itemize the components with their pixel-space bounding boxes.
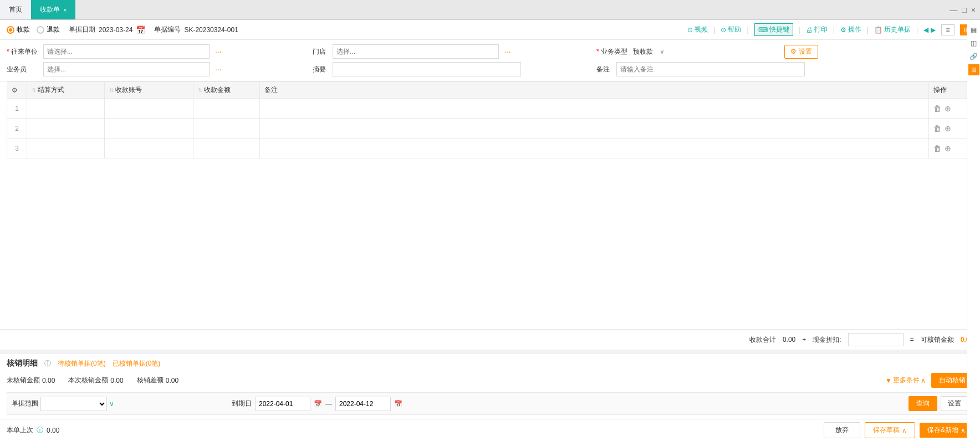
tab-home[interactable]: 首页 [0,0,31,19]
sidebar-btn-4[interactable]: ⊞ [968,64,979,75]
range-arrow-icon[interactable]: ∨ [109,400,114,408]
shortcut-label: 快捷键 [769,25,789,34]
date-value: 2023-03-24 [99,26,132,34]
summary-label: 摘要 [313,65,329,74]
tab-active[interactable]: 收款单 × [31,0,75,19]
minimize-icon[interactable]: — [950,6,957,14]
save-new-button[interactable]: 保存&新增 ∧ [920,423,973,438]
verify-settings-button[interactable]: 设置 [941,396,968,411]
copy-icon-2[interactable]: ⊕ [945,124,951,133]
td-amount-1[interactable] [193,99,260,119]
td-notes-3[interactable] [260,139,929,158]
store-dots[interactable]: ··· [504,47,511,56]
calendar-to-icon[interactable]: 📅 [394,400,402,408]
td-notes-2[interactable] [260,119,929,139]
operations-btn[interactable]: ⚙ 操作 [840,25,861,34]
number-value: SK-20230324-001 [184,26,238,34]
window-close-icon[interactable]: × [971,6,976,14]
unverified-label: 未核销金额 [7,376,40,385]
counterpart-dots[interactable]: ··· [215,47,222,56]
td-settlement-2[interactable] [27,119,105,139]
video-btn[interactable]: ⊙ 视频 [687,25,708,34]
td-account-3[interactable] [105,139,193,158]
sidebar-btn-2[interactable]: ◫ [968,38,979,49]
range-label: 单据范围 [12,399,38,408]
calendar-icon[interactable]: 📅 [136,25,145,34]
tab-home-label: 首页 [9,5,22,14]
plus-sign: + [802,336,806,343]
verify-header: 核销明细 ⓘ 待核销单据(0笔) 已核销单据(0笔) [7,358,973,368]
th-settlement-label: 结算方式 [38,85,64,95]
td-settlement-3[interactable] [27,139,105,158]
date-label: 单据日期 [69,25,95,34]
prev-icon[interactable]: ◀ [923,26,928,34]
salesperson-dots[interactable]: ··· [215,65,222,74]
verify-info-icon[interactable]: ⓘ [44,359,51,368]
more-conditions-btn[interactable]: ▼ 更多条件 ∧ [885,376,926,385]
ops-group-1: 🗑 ⊕ [933,104,968,113]
salesperson-input[interactable] [43,62,210,76]
sidebar-btn-1[interactable]: ▦ [968,24,979,35]
calendar-from-icon[interactable]: 📅 [314,400,322,408]
td-account-1[interactable] [105,99,193,119]
summary-input[interactable] [333,62,521,76]
tab-bar-right: — □ × [950,6,980,14]
ops-group-3: 🗑 ⊕ [933,144,968,153]
td-settlement-1[interactable] [27,99,105,119]
footer-left: 本单上次 ⓘ 0.00 [7,425,59,435]
abandon-button[interactable]: 放弃 [824,422,860,438]
notes-group: 备注 [596,62,956,76]
tab-close-icon[interactable]: × [63,7,67,13]
delete-icon-1[interactable]: 🗑 [933,104,941,113]
copy-icon-3[interactable]: ⊕ [945,144,951,153]
toolbar-right: ⊙ 视频 | ⊙ 帮助 | ⌨ 快捷键 | 🖨 打印 | ⚙ 操作 [687,23,973,36]
th-account: ⇅ 收款账号 [105,82,193,99]
table-gear-icon[interactable]: ⚙ [12,86,18,94]
view-list-btn[interactable]: ≡ [941,24,955,35]
shortcut-btn[interactable]: ⌨ 快捷键 [754,23,793,36]
sidebar-icon-4: ⊞ [971,66,977,74]
discount-input[interactable] [848,333,904,346]
tab-pending[interactable]: 待核销单据(0笔) [58,359,106,368]
store-input[interactable] [333,44,499,59]
delete-icon-3[interactable]: 🗑 [933,144,941,153]
settings-button[interactable]: ⚙ 设置 [784,45,818,59]
radio-shouquan-label: 收款 [17,25,30,34]
separator1: | [713,26,715,34]
print-btn[interactable]: 🖨 打印 [806,25,828,34]
td-account-2[interactable] [105,119,193,139]
biz-type-label: 业务类型 [596,47,630,57]
th-operations-label: 操作 [933,86,947,94]
total-label: 收款合计 [749,335,776,345]
sidebar-btn-3[interactable]: 🔗 [968,51,979,62]
help-btn[interactable]: ⊙ 帮助 [721,25,741,34]
td-amount-2[interactable] [193,119,260,139]
this-verify-label: 本次核销金额 [68,376,108,385]
main-table: ⚙ ⇅ 结算方式 ⇅ 收款账号 [7,81,973,158]
delete-icon-2[interactable]: 🗑 [933,124,941,133]
next-icon[interactable]: ▶ [931,26,936,34]
sort-arrows-account: ⇅ [109,87,114,93]
td-amount-3[interactable] [193,139,260,158]
th-account-label: 收款账号 [115,85,142,95]
abandon-label: 放弃 [835,426,849,434]
range-select[interactable] [40,397,107,411]
unverified-stat: 未核销金额 0.00 [7,376,55,385]
tab-done[interactable]: 已核销单据(0笔) [113,359,161,368]
radio-tuiquan[interactable]: 退款 [37,25,60,34]
footer-right: 放弃 保存草稿 ∧ 保存&新增 ∧ [824,422,973,438]
footer-info-icon[interactable]: ⓘ [37,425,43,435]
notes-input[interactable] [616,62,805,76]
query-button[interactable]: 查询 [908,396,937,411]
radio-shouquan[interactable]: 收款 [7,25,30,34]
draft-button[interactable]: 保存草稿 ∧ [865,422,915,438]
date-from-input[interactable] [255,397,310,411]
biz-type-arrow[interactable]: ∨ [660,48,665,55]
date-to-input[interactable] [335,397,391,411]
td-notes-1[interactable] [260,99,929,119]
right-sidebar: ▦ ◫ 🔗 ⊞ [967,20,980,441]
copy-icon-1[interactable]: ⊕ [945,104,951,113]
history-btn[interactable]: 📋 历史单据 [874,25,911,34]
counterpart-input[interactable] [43,44,210,59]
maximize-icon[interactable]: □ [962,6,966,14]
